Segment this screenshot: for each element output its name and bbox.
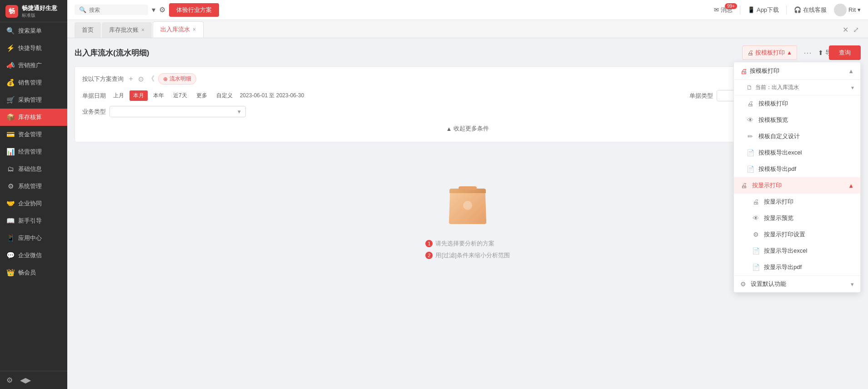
collapse-label: 收起更多条件 [454, 125, 489, 133]
print-menu-display-settings[interactable]: ⚙ 按显示打印设置 [734, 226, 860, 243]
topbar-left: 🔍 ▾ ⚙ 体验行业方案 [75, 3, 709, 17]
print-dropdown-footer[interactable]: ⚙ 设置默认功能 ▾ [734, 275, 860, 292]
filter-tag-icon: ⊕ [163, 76, 168, 82]
brand-name: 畅捷通好生意 [22, 5, 57, 12]
sidebar-item-finance[interactable]: 💳 资金管理 [0, 126, 67, 143]
industry-btn[interactable]: 体验行业方案 [169, 3, 219, 17]
sidebar-item-appcenter[interactable]: 📱 应用中心 [0, 229, 67, 247]
sidebar-item-label: 快捷导航 [18, 44, 42, 52]
biztype-select[interactable]: ▾ [110, 106, 246, 117]
message-btn[interactable]: ✉ 消息 99+ [714, 6, 733, 14]
sidebar-item-member[interactable]: 👑 畅会员 [0, 264, 67, 281]
template-print-icon: 🖨 [747, 100, 754, 107]
date-option-this-month[interactable]: 本月 [130, 90, 148, 101]
sidebar-item-operation[interactable]: 📊 经营管理 [0, 143, 67, 160]
topbar-search-box[interactable]: 🔍 [75, 5, 148, 15]
print-current-label: 当前：出入库流水 [755, 84, 799, 91]
tab-inout-flow-close[interactable]: × [193, 26, 196, 33]
date-label: 单据日期 [82, 92, 106, 100]
print-menu-display-pdf[interactable]: 📄 按显示导出pdf [734, 259, 860, 275]
biztype-label: 业务类型 [82, 108, 106, 116]
print-menu-display-print[interactable]: 🖨 按显示打印 [734, 194, 860, 210]
print-menu-template-preview[interactable]: 👁 按模板预览 [734, 112, 860, 128]
brand-info: 畅捷通好生意 标准版 [22, 5, 57, 18]
tab-inventory-batch-close[interactable]: × [141, 27, 145, 33]
display-print-label: 按显示打印 [764, 198, 793, 206]
appcenter-icon: 📱 [6, 234, 15, 242]
section-collapse-icon[interactable]: ▲ [848, 182, 854, 189]
print-menu-template-print[interactable]: 🖨 按模板打印 [734, 95, 860, 112]
date-option-7-days[interactable]: 近7天 [170, 90, 191, 101]
date-option-last-month[interactable]: 上月 [110, 90, 128, 101]
tab-home[interactable]: 首页 [75, 22, 101, 38]
date-option-more[interactable]: 更多 [193, 90, 211, 101]
filter-collapse-left-icon[interactable]: 《 [148, 75, 155, 83]
filter-add-icon[interactable]: ＋ [127, 74, 135, 84]
guide-icon: 📖 [6, 217, 15, 225]
more-actions-icon[interactable]: ⋯ [802, 48, 813, 58]
page-title: 出入库流水(流水明细) [75, 48, 149, 58]
display-print-section-header[interactable]: 🖨 按显示打印 ▲ [734, 177, 860, 194]
footer-arrow-icon: ▾ [851, 281, 854, 288]
sidebar-item-system[interactable]: ⚙ 系统管理 [0, 178, 67, 195]
sidebar-item-search[interactable]: 🔍 搜索菜单 [0, 22, 67, 40]
sidebar-item-label: 资金管理 [18, 130, 42, 139]
sidebar-item-basic[interactable]: 🗂 基础信息 [0, 160, 67, 178]
main-area: 🔍 ▾ ⚙ 体验行业方案 ✉ 消息 99+ 📱 App下载 [67, 0, 868, 389]
sidebar-item-wechat[interactable]: 💬 企业微信 [0, 247, 67, 264]
tab-inventory-batch[interactable]: 库存批次账 × [102, 22, 152, 38]
print-current-template[interactable]: 🗋 当前：出入库流水 ▾ [734, 80, 860, 95]
phone-icon: 📱 [748, 6, 755, 13]
print-chevron-up-icon[interactable]: ▲ [787, 50, 792, 56]
collapse-sidebar-icon[interactable]: ◀▶ [20, 376, 31, 384]
tab-expand-icon[interactable]: ⤢ [851, 22, 861, 38]
printer-header-icon: 🖨 [740, 67, 747, 75]
username-label: Rit [848, 6, 856, 13]
settings-default-label: 设置默认功能 [751, 280, 786, 288]
settings-footer-icon[interactable]: ⚙ [6, 376, 13, 384]
topbar-divider2 [786, 5, 787, 15]
sidebar-item-label: 新手引导 [18, 217, 42, 225]
topbar-gear-icon[interactable]: ⚙ [159, 5, 165, 14]
display-preview-icon: 👁 [752, 214, 759, 222]
print-menu-template-custom[interactable]: ✏ 模板自定义设计 [734, 128, 860, 145]
topbar-chevron-icon[interactable]: ▾ [152, 5, 155, 14]
settings-default-icon: ⚙ [740, 280, 746, 288]
sidebar-item-purchase[interactable]: 🛒 采购管理 [0, 91, 67, 109]
filter-settings-icon[interactable]: ⊙ [138, 75, 144, 83]
date-option-this-year[interactable]: 本年 [150, 90, 168, 101]
sidebar-item-shortcut[interactable]: ⚡ 快捷导航 [0, 40, 67, 57]
sidebar-item-label: 经营管理 [18, 148, 42, 156]
search-input[interactable] [89, 7, 144, 13]
empty-step-1: 1 请先选择要分析的方案 [425, 238, 509, 249]
user-profile-btn[interactable]: Rit ▾ [834, 4, 861, 16]
date-option-custom[interactable]: 自定义 [213, 90, 236, 101]
print-menu-display-excel[interactable]: 📄 按显示导出excel [734, 243, 860, 259]
online-service-btn[interactable]: 🎧 在线客服 [794, 6, 827, 14]
filter-active-tag[interactable]: ⊕ 流水明细 [158, 73, 196, 85]
app-download-btn[interactable]: 📱 App下载 [748, 6, 779, 14]
print-menu-template-pdf[interactable]: 📄 按模板导出pdf [734, 161, 860, 177]
print-template-label: 按模板打印 [755, 49, 785, 57]
print-template-btn[interactable]: 🖨 按模板打印 ▲ [742, 45, 797, 60]
sidebar-item-inventory[interactable]: 📦 库存核算 [0, 109, 67, 126]
query-button[interactable]: 查询 [829, 45, 861, 60]
print-menu-template-excel[interactable]: 📄 按模板导出excel [734, 145, 860, 161]
display-preview-label: 按显示预览 [764, 214, 793, 222]
dropdown-collapse-icon[interactable]: ▲ [848, 68, 854, 75]
headset-icon: 🎧 [794, 6, 801, 13]
print-menu-display-preview[interactable]: 👁 按显示预览 [734, 210, 860, 226]
tab-close-all-icon[interactable]: ✕ [841, 22, 850, 38]
tab-inout-flow-label: 出入库流水 [160, 25, 190, 34]
inventory-icon: 📦 [6, 113, 15, 121]
avatar [834, 4, 847, 16]
tab-inout-flow[interactable]: 出入库流水 × [153, 21, 204, 38]
sidebar-item-guide[interactable]: 📖 新手引导 [0, 212, 67, 229]
sidebar-item-collab[interactable]: 🤝 企业协同 [0, 195, 67, 212]
page-header: 出入库流水(流水明细) 🖨 按模板打印 ▲ ⋯ ⬆ 导出 [75, 45, 861, 60]
topbar: 🔍 ▾ ⚙ 体验行业方案 ✉ 消息 99+ 📱 App下载 [67, 0, 868, 20]
sidebar-item-label: 应用中心 [18, 234, 42, 242]
sidebar-item-marketing[interactable]: 📣 营销推广 [0, 57, 67, 74]
display-excel-label: 按显示导出excel [764, 247, 807, 255]
sidebar-item-sales[interactable]: 💰 销售管理 [0, 74, 67, 91]
